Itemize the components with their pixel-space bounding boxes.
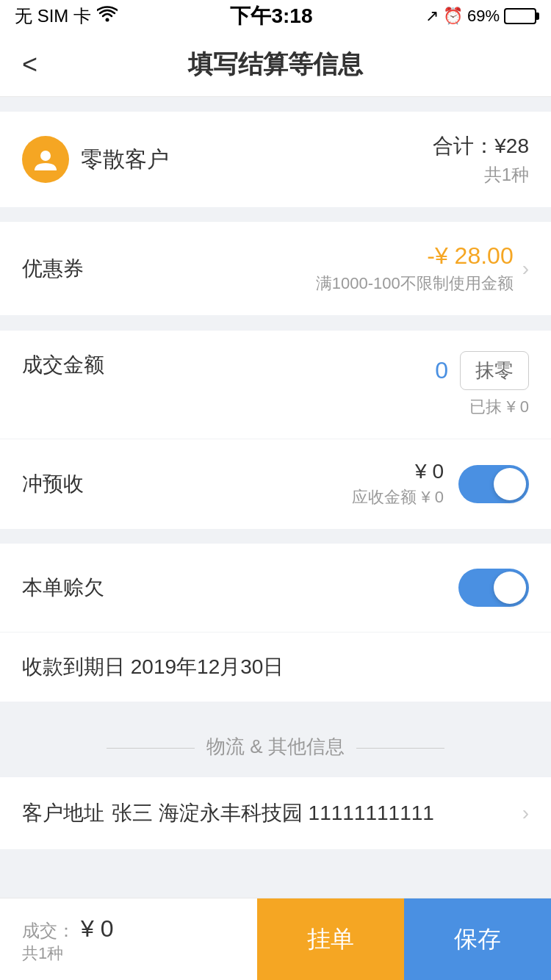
alarm-icon: ⏰ — [443, 7, 463, 26]
carrier-text: 无 SIM 卡 — [15, 4, 91, 28]
debt-toggle[interactable] — [458, 569, 529, 607]
prepay-amounts: ¥ 0 应收金额 ¥ 0 — [352, 460, 444, 508]
section-divider-3 — [0, 315, 551, 330]
section-divider-2 — [0, 207, 551, 222]
customer-left: 零散客户 — [22, 136, 169, 183]
due-date-text: 收款到期日 2019年12月30日 — [22, 655, 284, 678]
bottom-deal-label: 成交： — [22, 919, 75, 943]
status-right: ↗ ⏰ 69% — [425, 7, 536, 26]
already-rounded: 已抹 ¥ 0 — [469, 396, 529, 418]
prepay-row: 冲预收 ¥ 0 应收金额 ¥ 0 — [0, 439, 551, 529]
wifi-icon — [97, 6, 118, 26]
section-divider-5 — [0, 702, 551, 716]
debt-label: 本单赊欠 — [22, 574, 104, 602]
coupon-row[interactable]: 优惠券 -¥ 28.00 满1000-100不限制使用金额 › — [0, 222, 551, 315]
nav-bar: < 填写结算等信息 — [0, 32, 551, 97]
address-value: 张三 海淀永丰科技园 11111111111 — [112, 799, 515, 827]
bottom-deal-info: 成交： ¥ 0 共1种 — [0, 914, 257, 965]
due-date-row: 收款到期日 2019年12月30日 — [0, 632, 551, 702]
save-button[interactable]: 保存 — [404, 898, 551, 981]
customer-row: 零散客户 合计：¥28 共1种 — [0, 112, 551, 207]
customer-section: 零散客户 合计：¥28 共1种 — [0, 112, 551, 207]
total-amount: 合计：¥28 — [433, 132, 529, 160]
battery-icon — [504, 8, 536, 24]
address-row[interactable]: 客户地址 张三 海淀永丰科技园 11111111111 › — [0, 777, 551, 849]
bottom-deal-amount: ¥ 0 — [81, 915, 113, 943]
prepay-main-amount: ¥ 0 — [352, 460, 444, 483]
status-bar: 无 SIM 卡 下午3:18 ↗ ⏰ 69% — [0, 0, 551, 32]
toggle-knob — [494, 468, 526, 500]
round-off-button[interactable]: 抹零 — [460, 351, 529, 390]
page-title: 填写结算等信息 — [188, 48, 363, 82]
address-chevron-icon: › — [522, 801, 529, 825]
total-count: 共1种 — [433, 163, 529, 187]
svg-point-1 — [40, 151, 51, 161]
debt-row: 本单赊欠 — [0, 544, 551, 632]
bottom-deal-count: 共1种 — [22, 943, 235, 965]
back-button[interactable]: < — [22, 42, 45, 87]
prepay-right: ¥ 0 应收金额 ¥ 0 — [352, 460, 529, 508]
deal-value[interactable]: 0 — [435, 357, 448, 384]
logistics-header: 物流 & 其他信息 — [0, 716, 551, 777]
prepay-sub-amount: 应收金额 ¥ 0 — [352, 486, 444, 508]
section-divider-4 — [0, 529, 551, 544]
chevron-right-icon: › — [522, 257, 529, 281]
coupon-section: 优惠券 -¥ 28.00 满1000-100不限制使用金额 › — [0, 222, 551, 315]
address-label: 客户地址 — [22, 799, 104, 827]
deal-amount-label: 成交金额 — [22, 351, 104, 379]
hang-button[interactable]: 挂单 — [257, 898, 404, 981]
customer-avatar — [22, 136, 69, 183]
debt-section: 本单赊欠 收款到期日 2019年12月30日 — [0, 544, 551, 702]
deal-amount-top: 0 抹零 — [435, 351, 529, 390]
prepay-label: 冲预收 — [22, 470, 84, 498]
debt-toggle-knob — [494, 572, 526, 604]
logistics-header-text: 物流 & 其他信息 — [95, 734, 456, 760]
deal-section: 成交金额 0 抹零 已抹 ¥ 0 冲预收 ¥ 0 应收金额 ¥ 0 — [0, 330, 551, 529]
section-divider-1 — [0, 97, 551, 112]
customer-name: 零散客户 — [81, 145, 169, 175]
location-icon: ↗ — [425, 7, 439, 26]
coupon-label: 优惠券 — [22, 255, 84, 283]
svg-point-0 — [106, 18, 109, 22]
coupon-right: -¥ 28.00 满1000-100不限制使用金额 › — [316, 242, 529, 295]
bottom-bar: 成交： ¥ 0 共1种 挂单 保存 — [0, 898, 551, 980]
coupon-desc: 满1000-100不限制使用金额 — [316, 273, 514, 295]
status-time: 下午3:18 — [230, 2, 312, 30]
customer-right: 合计：¥28 共1种 — [433, 132, 529, 187]
status-left: 无 SIM 卡 — [15, 4, 118, 28]
deal-amount-row: 成交金额 0 抹零 已抹 ¥ 0 — [0, 330, 551, 439]
deal-right: 0 抹零 已抹 ¥ 0 — [435, 351, 529, 418]
coupon-amount: -¥ 28.00 — [316, 242, 514, 270]
address-section: 客户地址 张三 海淀永丰科技园 11111111111 › — [0, 777, 551, 849]
prepay-toggle[interactable] — [458, 465, 529, 503]
coupon-content: -¥ 28.00 满1000-100不限制使用金额 — [316, 242, 514, 295]
battery-percent: 69% — [467, 7, 500, 26]
